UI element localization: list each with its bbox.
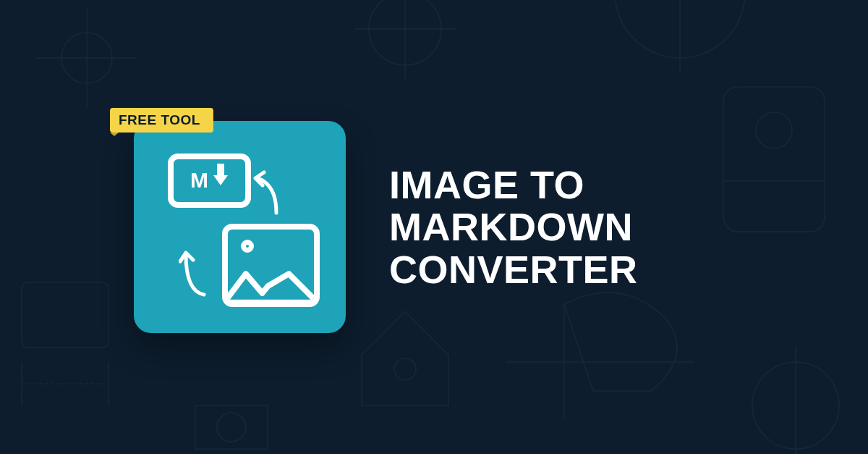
- markdown-down-arrow-icon: [213, 175, 228, 185]
- tool-card-wrapper: FREE TOOL M: [134, 121, 346, 333]
- tool-icon-card: M: [134, 121, 346, 333]
- page-title: IMAGE TO MARKDOWN CONVERTER: [389, 164, 638, 290]
- title-line-1: IMAGE TO: [389, 164, 638, 206]
- markdown-file-icon: M: [168, 154, 251, 208]
- conversion-arrow-bottom-icon: [179, 244, 211, 298]
- image-to-markdown-icon: M: [161, 148, 320, 307]
- free-tool-badge: FREE TOOL: [110, 108, 213, 133]
- markdown-m-letter: M: [190, 168, 208, 193]
- conversion-arrow-top-icon: [251, 169, 284, 217]
- title-line-3: CONVERTER: [389, 248, 638, 290]
- badge-label: FREE TOOL: [119, 112, 200, 127]
- image-sun-icon: [241, 240, 254, 253]
- title-line-2: MARKDOWN: [389, 206, 638, 248]
- image-mountains-icon: [228, 263, 314, 303]
- image-file-icon: [222, 224, 320, 307]
